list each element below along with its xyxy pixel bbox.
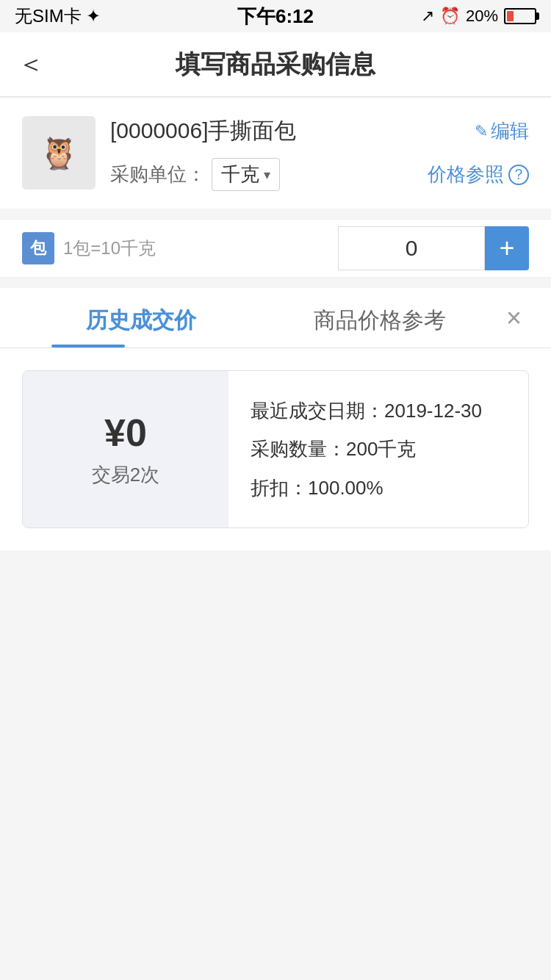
- discount-label: 折扣：: [251, 477, 308, 499]
- tab-active-underline: [51, 345, 125, 347]
- history-price-area: ¥0 交易2次: [23, 371, 228, 527]
- purchase-qty-label: 采购数量：: [251, 438, 346, 460]
- purchase-qty-row: 采购数量：200千克: [251, 436, 506, 462]
- quantity-input-area: +: [338, 226, 529, 270]
- bao-icon: 包: [22, 232, 54, 264]
- product-image-icon: 🦉: [40, 135, 78, 171]
- unit-select[interactable]: 千克 ▾: [212, 158, 280, 191]
- nav-bar: ＜ 填写商品采购信息: [0, 32, 551, 97]
- bottom-space: [0, 550, 551, 980]
- tab-history-price[interactable]: 历史成交价: [22, 288, 260, 347]
- product-unit-row: 采购单位： 千克 ▾ 价格参照 ？: [110, 158, 529, 191]
- quantity-label-area: 包 1包=10千克: [22, 232, 156, 264]
- history-content: ¥0 交易2次 最近成交日期：2019-12-30 采购数量：200千克 折扣：…: [0, 348, 551, 550]
- page-title: 填写商品采购信息: [176, 48, 375, 82]
- price-ref-label: 价格参照: [428, 162, 504, 187]
- status-left: 无SIM卡 ✦: [15, 4, 101, 28]
- price-ref-button[interactable]: 价格参照 ？: [428, 162, 529, 187]
- history-details: 最近成交日期：2019-12-30 采购数量：200千克 折扣：100.00%: [228, 371, 528, 527]
- purchase-qty-value: 200千克: [346, 438, 416, 460]
- unit-label: 采购单位：: [110, 162, 206, 187]
- status-right: ↗ ⏰ 20%: [421, 7, 536, 26]
- battery-percent: 20%: [466, 7, 498, 26]
- status-time: 下午6:12: [237, 4, 314, 29]
- bao-equiv-label: 1包=10千克: [63, 237, 156, 260]
- carrier-text: 无SIM卡 ✦: [15, 4, 101, 28]
- location-icon: ↗: [421, 7, 434, 26]
- trade-count: 交易2次: [92, 462, 159, 488]
- history-price: ¥0: [104, 411, 147, 455]
- alarm-icon: ⏰: [440, 7, 460, 26]
- price-ref-info-icon: ？: [508, 165, 529, 185]
- unit-value: 千克: [221, 162, 259, 187]
- discount-value: 100.00%: [308, 477, 383, 499]
- product-row: 🦉 [0000006]手撕面包 ✎ 编辑 采购单位： 千克 ▾: [22, 116, 529, 191]
- product-info: [0000006]手撕面包 ✎ 编辑 采购单位： 千克 ▾ 价格参照 ？: [110, 116, 529, 191]
- tab-price-reference[interactable]: 商品价格参考: [260, 288, 498, 347]
- recent-date-row: 最近成交日期：2019-12-30: [251, 397, 506, 424]
- tabs-close-button[interactable]: ×: [499, 303, 529, 334]
- history-card: ¥0 交易2次 最近成交日期：2019-12-30 采购数量：200千克 折扣：…: [22, 370, 529, 528]
- quantity-section: 包 1包=10千克 +: [0, 219, 551, 278]
- quantity-plus-button[interactable]: +: [485, 226, 529, 270]
- recent-date-label: 最近成交日期：: [251, 400, 384, 422]
- edit-icon: ✎: [475, 122, 488, 141]
- back-button[interactable]: ＜: [18, 46, 44, 82]
- product-thumbnail: 🦉: [22, 116, 96, 190]
- discount-row: 折扣：100.00%: [251, 475, 506, 501]
- product-section: 🦉 [0000006]手撕面包 ✎ 编辑 采购单位： 千克 ▾: [0, 98, 551, 209]
- tabs-section: 历史成交价 商品价格参考 × ¥0 交易2次 最近成交日期：2019-12-30…: [0, 288, 551, 550]
- edit-label: 编辑: [491, 118, 529, 144]
- product-top-row: [0000006]手撕面包 ✎ 编辑: [110, 116, 529, 146]
- quantity-input[interactable]: [338, 226, 485, 270]
- status-bar: 无SIM卡 ✦ 下午6:12 ↗ ⏰ 20%: [0, 0, 551, 32]
- unit-arrow-icon: ▾: [264, 167, 270, 183]
- battery-icon: [504, 8, 536, 24]
- edit-button[interactable]: ✎ 编辑: [475, 118, 529, 144]
- product-name: [0000006]手撕面包: [110, 116, 296, 146]
- tabs-bar: 历史成交价 商品价格参考 ×: [0, 288, 551, 348]
- recent-date-value: 2019-12-30: [384, 400, 482, 422]
